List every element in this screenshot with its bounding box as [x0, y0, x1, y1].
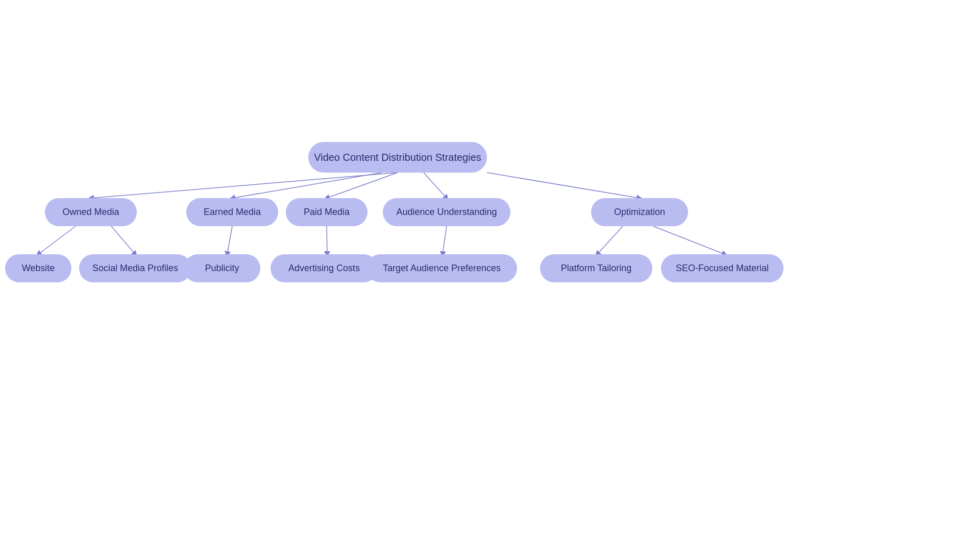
svg-line-0	[91, 173, 398, 198]
svg-line-10	[597, 226, 623, 254]
svg-line-6	[111, 226, 135, 254]
seo-focused-material-node: SEO-Focused Material	[661, 254, 783, 282]
svg-line-9	[443, 226, 447, 254]
optimization-node: Optimization	[591, 198, 688, 226]
svg-line-4	[487, 173, 640, 198]
svg-line-2	[327, 173, 398, 198]
paid-media-node: Paid Media	[286, 198, 368, 226]
earned-media-node: Earned Media	[186, 198, 278, 226]
svg-line-11	[653, 226, 725, 254]
audience-understanding-node: Audience Understanding	[383, 198, 510, 226]
target-audience-preferences-node: Target Audience Preferences	[366, 254, 517, 282]
social-media-profiles-node: Social Media Profiles	[79, 254, 191, 282]
svg-line-5	[38, 226, 76, 254]
svg-line-7	[227, 226, 232, 254]
publicity-node: Publicity	[184, 254, 260, 282]
svg-line-8	[327, 226, 327, 254]
svg-line-3	[424, 173, 447, 198]
platform-tailoring-node: Platform Tailoring	[540, 254, 652, 282]
website-node: Website	[5, 254, 71, 282]
svg-line-1	[232, 173, 382, 198]
advertising-costs-node: Advertising Costs	[271, 254, 378, 282]
owned-media-node: Owned Media	[45, 198, 137, 226]
root-node: Video Content Distribution Strategies	[308, 142, 487, 173]
diagram-container: Video Content Distribution Strategies Ow…	[0, 0, 980, 553]
